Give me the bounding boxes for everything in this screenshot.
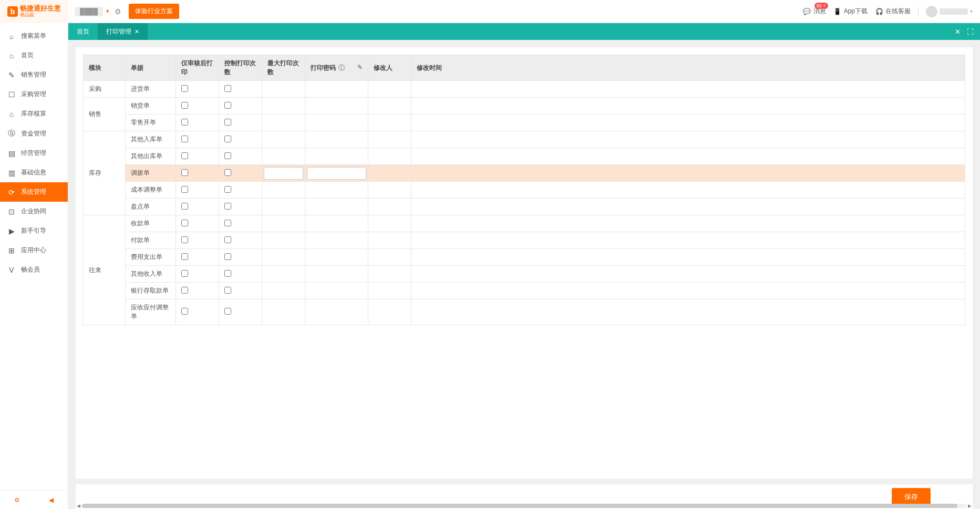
modifier-cell: [368, 165, 411, 182]
audit-only-cell: [176, 81, 219, 98]
max-print-input[interactable]: [264, 167, 303, 180]
sidebar-item-system[interactable]: ⟳系统管理: [0, 182, 68, 202]
sidebar-item-finance[interactable]: Ⓢ资金管理: [0, 123, 68, 143]
scroll-left-icon[interactable]: ◀: [77, 503, 80, 508]
control-count-cell: [219, 165, 262, 182]
control-count-checkbox[interactable]: [224, 236, 231, 243]
audit-only-checkbox[interactable]: [181, 287, 188, 294]
sidebar-item-label: 库存核算: [21, 109, 46, 118]
control-count-checkbox[interactable]: [224, 102, 231, 109]
table-row[interactable]: 其他出库单: [84, 148, 965, 165]
table-row[interactable]: 付款单: [84, 232, 965, 249]
table-row[interactable]: 采购进货单: [84, 81, 965, 98]
col-print-pwd: 打印密码 ⓘ ✎: [305, 55, 368, 81]
control-count-checkbox[interactable]: [224, 203, 231, 210]
tab-close-all-icon[interactable]: ✕: [955, 28, 961, 36]
control-count-checkbox[interactable]: [224, 253, 231, 260]
print-pwd-input[interactable]: [307, 167, 366, 180]
audit-only-checkbox[interactable]: [181, 270, 188, 277]
table-row[interactable]: 银行存取款单: [84, 283, 965, 299]
industry-cta-button[interactable]: 体验行业方案: [129, 4, 179, 19]
audit-only-cell: [176, 249, 219, 266]
scrollbar-thumb[interactable]: [82, 504, 957, 508]
sidebar-item-search[interactable]: ⌕搜索菜单: [0, 26, 68, 46]
audit-only-checkbox[interactable]: [181, 119, 188, 126]
tenant-selector[interactable]: ████ ▾: [75, 7, 109, 16]
sidebar-item-member[interactable]: V畅会员: [0, 260, 68, 279]
close-icon[interactable]: ✕: [135, 28, 139, 35]
sidebar-item-sales[interactable]: ✎销售管理: [0, 65, 68, 85]
table-row[interactable]: 费用支出单: [84, 249, 965, 266]
tab-home[interactable]: 首页: [68, 23, 98, 40]
brand-edition: 精品版: [20, 12, 61, 18]
audit-only-checkbox[interactable]: [181, 236, 188, 243]
control-count-checkbox[interactable]: [224, 152, 231, 159]
chevron-down-icon: ▾: [106, 8, 109, 15]
table-row[interactable]: 往来收款单: [84, 215, 965, 232]
control-count-checkbox[interactable]: [224, 186, 231, 193]
table-row[interactable]: 调拨单: [84, 165, 965, 182]
horizontal-scrollbar[interactable]: ◀ ▶: [82, 504, 966, 508]
table-row[interactable]: 销售销货单: [84, 98, 965, 115]
audit-only-checkbox[interactable]: [181, 186, 188, 193]
brand-logo[interactable]: b 畅捷通好生意 精品版: [0, 0, 68, 23]
sidebar-item-operation[interactable]: ▤经营管理: [0, 143, 68, 163]
sidebar-item-inventory[interactable]: ⌂库存核算: [0, 104, 68, 123]
table-row[interactable]: 库存其他入库单: [84, 131, 965, 148]
control-count-checkbox[interactable]: [224, 169, 231, 176]
audit-only-checkbox[interactable]: [181, 220, 188, 226]
sidebar-collapse-icon[interactable]: ◀: [49, 496, 54, 504]
header-message[interactable]: 💬 消息 99 +: [803, 7, 826, 16]
gear-icon[interactable]: ⚙: [115, 7, 121, 16]
header-right: 💬 消息 99 + 📱 App下载 🎧 在线客服 ▾: [803, 6, 980, 17]
module-cell: 库存: [84, 131, 126, 215]
control-count-cell: [219, 215, 262, 232]
audit-only-cell: [176, 148, 219, 165]
sidebar-settings-icon[interactable]: ⚙: [14, 496, 20, 504]
user-menu[interactable]: ▾: [926, 6, 973, 17]
scroll-right-icon[interactable]: ▶: [968, 503, 972, 508]
control-count-checkbox[interactable]: [224, 220, 231, 226]
table-row[interactable]: 其他收入单: [84, 266, 965, 283]
control-count-checkbox[interactable]: [224, 85, 231, 92]
control-count-cell: [219, 148, 262, 165]
sidebar-item-home[interactable]: ⌂首页: [0, 46, 68, 65]
help-icon[interactable]: ⓘ: [338, 64, 345, 71]
audit-only-checkbox[interactable]: [181, 308, 188, 315]
audit-only-checkbox[interactable]: [181, 102, 188, 109]
sidebar-item-basic[interactable]: ▥基础信息: [0, 163, 68, 182]
sidebar-item-purchase[interactable]: ☐采购管理: [0, 85, 68, 104]
audit-only-cell: [176, 232, 219, 249]
table-row[interactable]: 应收应付调整单: [84, 299, 965, 325]
sidebar-item-appcenter[interactable]: ⊞应用中心: [0, 241, 68, 260]
control-count-checkbox[interactable]: [224, 308, 231, 315]
table-row[interactable]: 成本调整单: [84, 182, 965, 199]
audit-only-checkbox[interactable]: [181, 203, 188, 210]
fullscreen-icon[interactable]: ⛶: [967, 28, 974, 36]
finance-icon: Ⓢ: [7, 129, 16, 138]
save-button[interactable]: 保存: [892, 488, 931, 506]
table-row[interactable]: 盘点单: [84, 199, 965, 215]
edit-icon[interactable]: ✎: [357, 64, 363, 71]
control-count-checkbox[interactable]: [224, 136, 231, 142]
table-row[interactable]: 零售开单: [84, 115, 965, 131]
control-count-checkbox[interactable]: [224, 287, 231, 294]
control-count-checkbox[interactable]: [224, 119, 231, 126]
sidebar-item-guide[interactable]: ▶新手引导: [0, 221, 68, 241]
control-count-checkbox[interactable]: [224, 270, 231, 277]
doctype-cell: 盘点单: [126, 199, 176, 215]
audit-only-checkbox[interactable]: [181, 136, 188, 142]
sidebar-item-enterprise[interactable]: ⊡企业协同: [0, 202, 68, 221]
control-count-cell: [219, 283, 262, 299]
sidebar-item-label: 畅会员: [21, 265, 40, 274]
header-app-download[interactable]: 📱 App下载: [833, 7, 868, 16]
sidebar: ⌕搜索菜单⌂首页✎销售管理☐采购管理⌂库存核算Ⓢ资金管理▤经营管理▥基础信息⟳系…: [0, 23, 68, 509]
modify-time-cell: [411, 165, 965, 182]
audit-only-checkbox[interactable]: [181, 85, 188, 92]
header-support[interactable]: 🎧 在线客服: [875, 7, 911, 16]
audit-only-checkbox[interactable]: [181, 253, 188, 260]
tenant-name: ████: [75, 7, 103, 16]
audit-only-checkbox[interactable]: [181, 152, 188, 159]
audit-only-checkbox[interactable]: [181, 169, 188, 176]
tab-print[interactable]: 打印管理✕: [98, 23, 148, 40]
